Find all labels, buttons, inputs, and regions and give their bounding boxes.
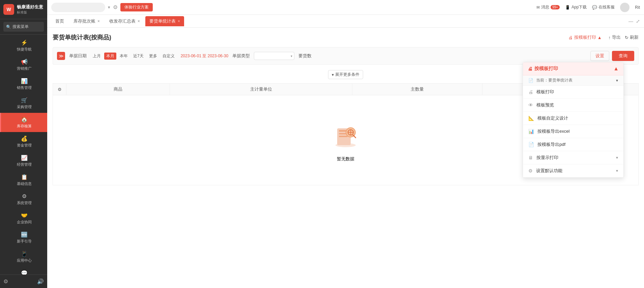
type-filter-select[interactable] — [254, 52, 294, 60]
date-btn-last7days[interactable]: 近7天 — [131, 53, 146, 60]
user-avatar[interactable] — [620, 3, 630, 12]
expand-more-conditions-button[interactable]: ▾ 展开更多条件 — [328, 70, 363, 79]
topbar-gear-icon[interactable]: ⚙ — [113, 4, 118, 10]
content-area: 要货单统计表(按商品) 🖨 按模板打印 ▲ ↑ 导出 ↻ 刷新 — [47, 28, 644, 288]
date-btn-more[interactable]: 更多 — [147, 53, 159, 60]
template-print-icon: 🖨 — [528, 89, 533, 95]
search-icon: 🔍 — [6, 25, 11, 29]
print-dropdown-item-default-setting[interactable]: ⚙ 设置默认功能 ▾ — [523, 164, 623, 178]
date-filter-options: 上月 本月 本年 近7天 更多 自定义 — [91, 53, 177, 60]
tab-home[interactable]: 首页 — [51, 16, 68, 26]
search-menu-button[interactable]: 🔍 搜索菜单 — [3, 22, 44, 32]
date-btn-prev-month[interactable]: 上月 — [91, 53, 103, 60]
sidebar-item-operation[interactable]: 📈 经营管理 — [0, 151, 47, 170]
page-header: 要货单统计表(按商品) 🖨 按模板打印 ▲ ↑ 导出 ↻ 刷新 — [53, 33, 639, 42]
sidebar-item-sales[interactable]: 📊 销售管理 — [0, 74, 47, 94]
table-th-unit: 主计量单位 — [170, 84, 352, 95]
sidebar-search-area: 🔍 搜索菜单 — [0, 19, 47, 35]
template-custom-icon: 📐 — [528, 116, 534, 121]
tab-collection-summary[interactable]: 收发存汇总表 × — [105, 16, 144, 26]
print-dropdown-title-label: 按模板打印 — [534, 66, 558, 72]
sidebar-item-marketing[interactable]: 📢 营销推广 — [0, 55, 47, 74]
date-btn-current-month[interactable]: 本月 — [104, 53, 116, 60]
print-dropdown-item-template-print[interactable]: 🖨 模板打印 — [523, 86, 623, 99]
tab-order-summary[interactable]: 要货单统计表 × — [145, 16, 184, 26]
audio-footer-button[interactable]: 🔊 — [37, 278, 44, 285]
filter-expand-icon-button[interactable]: ≫ — [57, 52, 65, 60]
page-title: 要货单统计表(按商品) — [53, 33, 111, 41]
online-service-icon: 💬 — [592, 5, 597, 10]
print-dropdown-item-template-preview[interactable]: 👁 模板预览 — [523, 99, 623, 112]
sidebar-item-finance[interactable]: 💰 资金管理 — [0, 132, 47, 151]
tab-batch-account[interactable]: 库存批次账 × — [69, 16, 104, 26]
tab-collection-summary-close[interactable]: × — [138, 19, 140, 24]
default-setting-label: 设置默认功能 — [536, 168, 562, 174]
sidebar-item-label: 销售管理 — [17, 85, 32, 90]
print-template-button[interactable]: 🖨 按模板打印 ▲ — [566, 33, 605, 42]
print-dropdown-title: 🖨 按模板打印 — [528, 66, 558, 72]
refresh-button[interactable]: ↻ 刷新 — [625, 34, 639, 40]
sidebar-item-quick-nav[interactable]: ⚡ 快捷导航 — [0, 36, 47, 55]
experience-button[interactable]: 体验行业方案 — [120, 3, 153, 11]
expand-more-label: 展开更多条件 — [335, 72, 359, 77]
print-dropdown-item-display-print[interactable]: 🖥 按显示打印 ▾ — [523, 151, 623, 164]
tab-batch-account-close[interactable]: × — [97, 19, 100, 24]
sidebar-item-enterprise[interactable]: 🤝 企业协同 — [0, 209, 47, 228]
sales-icon: 📊 — [21, 78, 28, 84]
message-icon: ✉ — [536, 5, 540, 10]
empty-text: 暂无数据 — [337, 156, 354, 162]
display-print-chevron: ▾ — [616, 155, 618, 160]
date-btn-custom[interactable]: 自定义 — [160, 53, 177, 60]
print-dropdown-item-template-excel[interactable]: 📊 按模板导出excel — [523, 125, 623, 138]
topbar: ▾ ⚙ 体验行业方案 ✉ 消息 99+ 📱 App下载 💬 在线客服 Rit — [47, 0, 644, 15]
logo-icon: W — [3, 4, 14, 15]
template-custom-label: 模板自定义设计 — [537, 115, 568, 121]
print-template-label: 按模板打印 — [574, 34, 596, 40]
sidebar-item-basic[interactable]: 📋 基础信息 — [0, 170, 47, 190]
tab-minimize-button[interactable]: — — [628, 19, 633, 24]
query-button[interactable]: 查询 — [612, 51, 634, 61]
tab-batch-account-label: 库存批次账 — [74, 18, 95, 24]
sidebar-item-appstore[interactable]: 📱 应用中心 — [0, 247, 47, 266]
svg-rect-3 — [339, 133, 346, 134]
purchase-icon: 🛒 — [21, 97, 28, 103]
tab-expand-button[interactable]: ⤢ — [636, 19, 640, 24]
online-service-button[interactable]: 💬 在线客服 — [592, 4, 615, 10]
finance-icon: 💰 — [21, 135, 28, 142]
sidebar-item-label: 基础信息 — [17, 181, 32, 186]
print-dropdown-item-template-pdf[interactable]: 📄 按模板导出pdf — [523, 138, 623, 151]
export-button[interactable]: ↑ 导出 — [609, 34, 621, 40]
print-dropdown-item-template-custom[interactable]: 📐 模板自定义设计 — [523, 112, 623, 125]
default-setting-icon: ⚙ — [528, 168, 533, 173]
settings-button[interactable]: 设置 — [590, 51, 609, 61]
sidebar-item-system[interactable]: ⚙ 系统管理 — [0, 190, 47, 209]
app-download-label: App下载 — [572, 4, 587, 10]
topbar-chevron-icon[interactable]: ▾ — [108, 5, 110, 10]
sidebar-item-wechat[interactable]: 💬 企业微信 — [0, 266, 47, 275]
sidebar-item-label: 资金管理 — [17, 143, 32, 148]
date-btn-current-year[interactable]: 本年 — [118, 53, 130, 60]
message-badge: 99+ — [551, 5, 560, 9]
sidebar-item-purchase[interactable]: 🛒 采购管理 — [0, 94, 47, 113]
topbar-right: ✉ 消息 99+ 📱 App下载 💬 在线客服 Rit — [536, 3, 640, 12]
message-button[interactable]: ✉ 消息 99+ — [536, 4, 560, 10]
date-range-display: 2023-06-01 至 2023-06-30 — [181, 53, 228, 59]
table-th-quantity: 主数量 — [352, 84, 482, 95]
app-download-button[interactable]: 📱 App下载 — [565, 4, 587, 10]
sidebar-item-inventory[interactable]: 🏠 库存核算 — [0, 113, 47, 132]
print-dropdown-close-button[interactable]: ▲ — [613, 66, 619, 72]
printer-dropdown-icon: 🖨 — [528, 66, 532, 71]
settings-footer-button[interactable]: ⚙ — [3, 278, 8, 285]
sidebar-footer: ⚙ 🔊 — [0, 275, 47, 288]
refresh-icon: ↻ — [625, 35, 628, 40]
topbar-left: ▾ ⚙ 体验行业方案 — [51, 3, 153, 12]
display-print-icon: 🖥 — [528, 155, 533, 160]
guide-icon: 🆕 — [21, 231, 28, 238]
table-th-settings[interactable]: ⚙ — [53, 84, 66, 95]
topbar-search-input[interactable] — [51, 3, 105, 12]
sidebar-item-guide[interactable]: 🆕 新手引导 — [0, 228, 47, 247]
username-label: Rit — [635, 5, 640, 10]
tab-order-summary-close[interactable]: × — [178, 19, 180, 24]
sidebar-nav: ⚡ 快捷导航 📢 营销推广 📊 销售管理 🛒 采购管理 🏠 库存核算 💰 资金管… — [0, 35, 47, 275]
export-label: 导出 — [612, 34, 621, 40]
